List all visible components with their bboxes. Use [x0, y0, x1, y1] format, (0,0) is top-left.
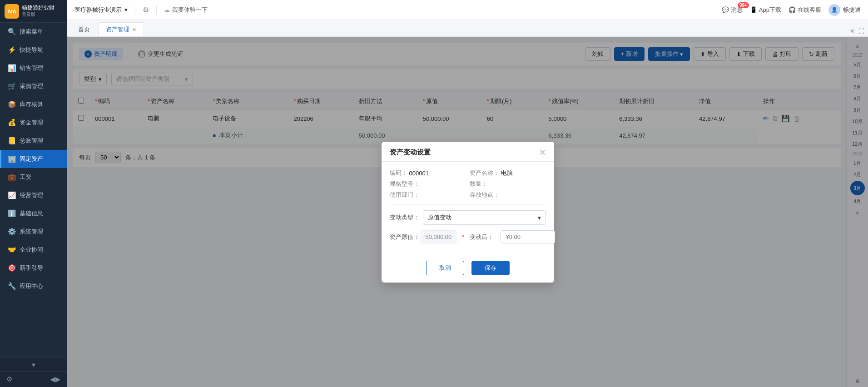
collab-icon: 🤝 [8, 246, 16, 254]
sidebar-item-sales[interactable]: 📊 销售管理 [0, 59, 67, 77]
sidebar-item-label: 快捷导航 [20, 46, 43, 54]
app-download-button[interactable]: 📱 App下载 [750, 6, 781, 14]
modal-name-value: 电脑 [501, 169, 513, 177]
modal-code-label: 编码： [390, 169, 407, 177]
notification-icon: 💬 [722, 6, 729, 13]
original-value-label: 资产原值： [390, 233, 417, 241]
settings-icon[interactable]: ⚙ [6, 375, 12, 383]
guide-icon: 🎯 [8, 264, 16, 272]
sidebar-item-payroll[interactable]: 💼 工资 [0, 168, 67, 186]
company-name: 医疗器械行业演示 [74, 6, 122, 14]
sidebar-item-purchase[interactable]: 🛒 采购管理 [0, 77, 67, 95]
sidebar: AtA 畅捷通好业财 普及版 🔍 搜索菜单 ⚡ 快捷导航 📊 销售管理 🛒 采购… [0, 0, 67, 387]
notification-button[interactable]: 💬 消息 99+ [722, 6, 743, 14]
sidebar-item-ledger[interactable]: 📒 总账管理 [0, 132, 67, 150]
collapse-icon[interactable]: ◀▶ [50, 375, 61, 383]
sidebar-item-system[interactable]: ⚙️ 系统管理 [0, 223, 67, 241]
tab-home-label: 首页 [78, 25, 90, 34]
sidebar-item-label: 基础信息 [20, 209, 43, 218]
modal-qty-item: 数量： [470, 180, 546, 188]
tab-home[interactable]: 首页 [71, 23, 97, 36]
change-type-field: 原值变动 ▾ [423, 210, 546, 225]
fixed-assets-icon: 🏢 [8, 155, 16, 163]
purchase-icon: 🛒 [8, 82, 16, 90]
sidebar-item-fixed-assets[interactable]: 🏢 固定资产 [0, 150, 67, 168]
change-type-label: 变动类型： [390, 213, 419, 222]
sidebar-item-label: 工资 [20, 173, 31, 181]
after-value-input[interactable] [501, 230, 555, 243]
feedback-label: 我要体验一下 [172, 6, 208, 14]
sidebar-item-appstore[interactable]: 🔧 应用中心 [0, 277, 67, 295]
company-selector[interactable]: 医疗器械行业演示 ▾ [74, 6, 128, 14]
topbar-divider [135, 5, 135, 15]
after-label: 变动后： [470, 233, 497, 241]
feedback-icon: ☁ [164, 6, 170, 13]
sidebar-item-label: 总账管理 [20, 137, 43, 145]
change-type-value: 原值变动 [428, 213, 451, 222]
user-menu[interactable]: 👤 畅捷通 [828, 4, 861, 16]
sidebar-item-label: 固定资产 [20, 155, 43, 163]
appstore-icon: 🔧 [8, 282, 16, 290]
sidebar-item-collab[interactable]: 🤝 企业协同 [0, 241, 67, 259]
notification-badge: 99+ [738, 2, 749, 8]
sidebar-logo: AtA 畅捷通好业财 普及版 [0, 0, 67, 23]
sidebar-item-quicknav[interactable]: ⚡ 快捷导航 [0, 41, 67, 59]
modal-location-item: 存放地点： [470, 191, 546, 199]
sidebar-item-basic-info[interactable]: ℹ️ 基础信息 [0, 204, 67, 223]
original-value-row: 资产原值： 50,000.00 * 变动后： [390, 230, 546, 243]
required-marker: * [462, 233, 464, 240]
sidebar-item-search[interactable]: 🔍 搜索菜单 [0, 23, 67, 41]
modal-code-value: 000001 [409, 170, 429, 177]
main-area: 医疗器械行业演示 ▾ ⚙ ☁ 我要体验一下 💬 消息 99+ 📱 App下载 🎧… [67, 0, 868, 387]
tab-asset-management[interactable]: 资产管理 ✕ [98, 22, 144, 36]
logo-text-block: 畅捷通好业财 普及版 [22, 5, 55, 18]
sidebar-item-label: 系统管理 [20, 228, 43, 236]
avatar: 👤 [828, 4, 840, 16]
sidebar-item-label: 经营管理 [20, 191, 43, 199]
save-button[interactable]: 保存 [471, 261, 510, 275]
ledger-icon: 📒 [8, 137, 16, 145]
username: 畅捷通 [843, 6, 861, 14]
modal-overlay: 资产变动设置 ✕ 编码： 000001 资产名称： 电脑 [67, 37, 868, 387]
window-minimize-icon[interactable]: ✕ [850, 28, 855, 35]
sidebar-scroll-down[interactable]: ▼ [0, 359, 67, 371]
operations-icon: 📈 [8, 191, 16, 199]
sidebar-item-label: 应用中心 [20, 282, 43, 290]
window-maximize-icon[interactable]: ⛶ [858, 28, 864, 35]
logo-icon: AtA [5, 4, 19, 19]
sidebar-item-label: 资金管理 [20, 119, 43, 127]
feedback-button[interactable]: ☁ 我要体验一下 [164, 6, 208, 14]
search-icon: 🔍 [8, 28, 16, 36]
sidebar-item-finance[interactable]: 💰 资金管理 [0, 114, 67, 132]
modal-spec-item: 规格型号： [390, 180, 466, 188]
cancel-button[interactable]: 取消 [426, 261, 464, 275]
change-type-select[interactable]: 原值变动 ▾ [423, 210, 546, 225]
topbar-divider2 [156, 5, 157, 15]
modal-dept-label: 使用部门： [390, 191, 419, 199]
settings-button[interactable]: ⚙ [143, 5, 149, 14]
change-type-dropdown-icon: ▾ [538, 214, 541, 221]
modal-body: 编码： 000001 资产名称： 电脑 规格型号： 数量： [382, 162, 554, 256]
sales-icon: 📊 [8, 64, 16, 72]
basic-info-icon: ℹ️ [8, 209, 16, 218]
modal-title: 资产变动设置 [390, 148, 431, 157]
sidebar-item-guide[interactable]: 🎯 新手引导 [0, 259, 67, 277]
sidebar-item-label: 采购管理 [20, 82, 43, 90]
modal-close-icon[interactable]: ✕ [539, 149, 546, 157]
app-name: 畅捷通好业财 [22, 5, 55, 12]
sidebar-item-operations[interactable]: 📈 经营管理 [0, 186, 67, 204]
original-value-display: 50,000.00 [421, 230, 457, 243]
sidebar-item-inventory[interactable]: 📦 库存核算 [0, 95, 67, 114]
modal-info-grid: 编码： 000001 资产名称： 电脑 规格型号： 数量： [390, 169, 546, 205]
topbar-right: 💬 消息 99+ 📱 App下载 🎧 在线客服 👤 畅捷通 [722, 4, 861, 16]
content-area: ≡ 资产明细 📄 变更生成凭证 刘账 + 新增 批量操作 [67, 37, 868, 387]
tab-asset-label: 资产管理 [106, 25, 129, 34]
quicknav-icon: ⚡ [8, 46, 16, 54]
online-service-button[interactable]: 🎧 在线客服 [789, 6, 821, 14]
tab-close-icon[interactable]: ✕ [132, 27, 136, 33]
modal-qty-label: 数量： [470, 180, 487, 188]
finance-icon: 💰 [8, 119, 16, 127]
sidebar-nav: 🔍 搜索菜单 ⚡ 快捷导航 📊 销售管理 🛒 采购管理 📦 库存核算 💰 资金管… [0, 23, 67, 359]
modal-code-item: 编码： 000001 [390, 169, 466, 177]
modal-footer: 取消 保存 [382, 256, 554, 283]
